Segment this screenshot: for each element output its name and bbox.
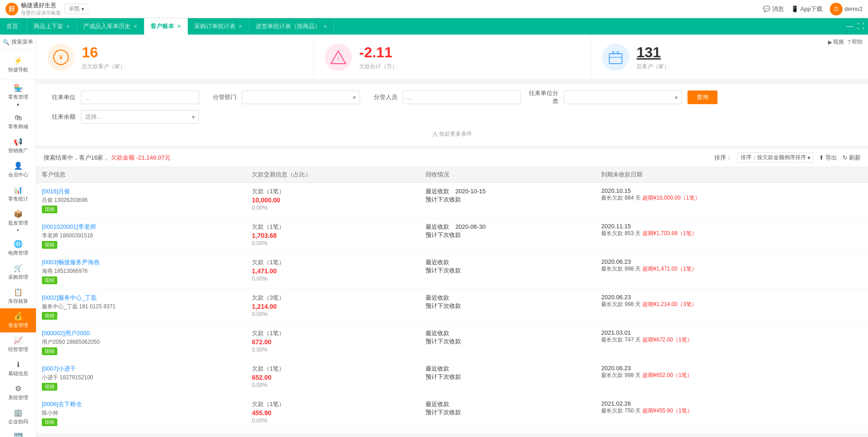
debt-amount-2[interactable]: 1,471.00 [252, 267, 415, 275]
sidebar-item-retail-mgmt[interactable]: 🏪 零售管理 ▲ [0, 80, 36, 110]
breadcrumb-selector[interactable]: 示范 ▾ [65, 4, 88, 14]
category-select[interactable]: ▾ [564, 90, 682, 104]
tab-customer-account[interactable]: 客户账本 ✕ [144, 18, 188, 35]
overdue-link-4[interactable]: 超期¥672.00（1笔） [642, 337, 692, 343]
overdue-date-5: 2020.06.23 [601, 365, 863, 372]
view-video-button[interactable]: ▶ 视频 [828, 38, 844, 46]
sidebar-item-system[interactable]: ⚙ 系统管理 [0, 381, 36, 405]
collapse-button[interactable]: ⋀ 收起更多条件 [44, 128, 861, 140]
view-label: 视频 [833, 38, 844, 46]
debt-amount-5[interactable]: 652.00 [252, 374, 415, 381]
debt-amount-0[interactable]: 10,000.00 [252, 196, 415, 204]
person-input[interactable]: ... [403, 90, 521, 104]
tab-maximize-button[interactable]: ⛶ [857, 22, 864, 30]
sidebar-item-basic-info[interactable]: ℹ 基础信息 [0, 357, 36, 381]
app-layout: 🔍 搜索菜单 ⚡ 快捷导航 🏪 零售管理 ▲ 🛍 零售商城 📢 营销推广 👤 会… [0, 35, 868, 437]
overdue-link-6[interactable]: 超期¥455.90（1笔） [642, 407, 692, 414]
overdue-date-1: 2020.11.15 [601, 223, 863, 230]
tab-bar: 首页 商品上下架 ✕ 产成品入库单历史 ✕ 客户账本 ✕ 采购订单统计表 ✕ 进… [0, 18, 868, 35]
overdue-link-0[interactable]: 超期¥10,000.00（1笔） [642, 195, 700, 201]
col-debt-info: 欠款交易信息（占比） [246, 167, 420, 183]
customer-name-4[interactable]: [000002]用户2050 [42, 329, 241, 337]
stat-debt-amount-info: -2.11 欠款合计（万） [359, 44, 397, 70]
sidebar-item-enterprise[interactable]: 🏢 企业协同 [0, 405, 36, 429]
debt-count-4: 欠款（1笔） [252, 329, 415, 337]
tab-production-close[interactable]: ✕ [133, 24, 137, 30]
debt-amount-6[interactable]: 455.90 [252, 409, 415, 417]
balance-placeholder: 选择... [85, 113, 102, 121]
sidebar-item-finance[interactable]: 💰 资金管理 [0, 308, 36, 332]
balance-select[interactable]: 选择... ▾ [81, 110, 199, 124]
tab-purchase-order-close[interactable]: ✕ [238, 24, 242, 30]
app-download-button[interactable]: 📱 App下载 [791, 5, 823, 13]
sidebar-item-inventory[interactable]: 📋 库存核算 [0, 284, 36, 308]
customer-phone-0: 吕俊 13026203696 [42, 196, 241, 204]
tab-inbound-stats[interactable]: 进货单统计表（按商品） ✕ [249, 18, 334, 35]
sidebar-item-retail-shop[interactable]: 🛍 零售商城 [0, 110, 36, 134]
customer-name-6[interactable]: [0006]去下粮仓 [42, 400, 241, 408]
sidebar-item-marketing[interactable]: 📢 营销推广 [0, 134, 36, 158]
sidebar-shortcut-label: 快捷导航 [8, 66, 28, 73]
overdue-link-5[interactable]: 超期¥652.00（1笔） [642, 372, 692, 378]
sidebar-item-new-guide[interactable]: 🆕 新手引导 [0, 429, 36, 437]
sidebar-item-member[interactable]: 👤 会员中心 [0, 158, 36, 182]
overdue-link-3[interactable]: 超期¥1,214.00（3笔） [642, 301, 697, 307]
cell-customer-info-4: [000002]用户2050 用户2050 18665062050 现销 [36, 325, 246, 360]
query-button[interactable]: 查询 [687, 90, 717, 104]
tab-customer-account-close[interactable]: ✕ [177, 24, 181, 30]
customer-name-3[interactable]: [0002]服务中心_丁磊 [42, 294, 241, 302]
top-bar: 好 畅捷通好生意 母婴行业演示账套 示范 ▾ 💬 消息 📱 App下载 D de… [0, 0, 868, 18]
export-button[interactable]: ⬆ 导出 [819, 154, 837, 162]
tab-purchase-order[interactable]: 采购订单统计表 ✕ [188, 18, 249, 35]
debt-amount-1[interactable]: 1,703.68 [252, 232, 415, 239]
sidebar-item-batch-mgmt[interactable]: 📦 批发管理 ▾ [0, 206, 36, 236]
cell-overdue-3: 2020.06.23 最长欠款 998 天 超期¥1,214.00（3笔） [596, 289, 868, 325]
tab-products-close[interactable]: ✕ [66, 24, 70, 30]
customer-name-2[interactable]: [0003]畅捷服务尹海燕 [42, 258, 241, 266]
overdue-days-0: 最长欠款 884 天 超期¥10,000.00（1笔） [601, 194, 863, 202]
overdue-days-3: 最长欠款 998 天 超期¥1,214.00（3笔） [601, 301, 863, 308]
person-placeholder: ... [407, 94, 412, 101]
table-scroll[interactable]: 客户信息 欠款交易信息（占比） 回收情况 到期未收款日期 [0016]吕俊 吕俊… [36, 167, 868, 433]
stat-debt-customers: ¥ 16 总欠款客户（家） [36, 35, 314, 80]
help-button[interactable]: ? 帮助 [848, 38, 863, 46]
refresh-button[interactable]: ↻ 刷新 [843, 154, 861, 162]
customer-name-0[interactable]: [0016]吕俊 [42, 187, 241, 196]
sidebar-inventory-label: 库存核算 [8, 298, 28, 305]
debt-amount-4[interactable]: 672.00 [252, 338, 415, 346]
tab-minimize-button[interactable]: — [846, 22, 853, 30]
debt-percent-5: 0.00% [252, 382, 415, 388]
sidebar-search[interactable]: 🔍 搜索菜单 [0, 35, 36, 50]
last-collection-label-0: 最近收款 2020-10-15 [426, 187, 590, 196]
cell-collection-4: 最近收款 预计下次收款 [420, 325, 596, 360]
customer-name-1[interactable]: [0001020001]李老师 [42, 223, 241, 231]
sidebar-item-retail-stats[interactable]: 📊 零售统计 [0, 182, 36, 206]
customer-name-5[interactable]: [0007]小进千 [42, 365, 241, 373]
tab-products[interactable]: 商品上下架 ✕ [27, 18, 77, 35]
sidebar-member-label: 会员中心 [8, 171, 28, 178]
tab-production[interactable]: 产成品入库单历史 ✕ [77, 18, 144, 35]
user-area[interactable]: D demo2 [830, 3, 863, 15]
sort-select[interactable]: 排序：按欠款金额倒序排序 ▾ [738, 152, 813, 163]
sidebar-item-purchase[interactable]: 🛒 采购管理 [0, 260, 36, 284]
debt-amount-3[interactable]: 1,214.00 [252, 303, 415, 310]
mobile-icon: 📱 [791, 5, 798, 12]
message-button[interactable]: 💬 消息 [763, 5, 784, 13]
tab-home[interactable]: 首页 [0, 18, 27, 35]
stat-total-customers-label: 总客户（家） [637, 63, 669, 70]
next-collection-label-4: 预计下次收款 [426, 337, 590, 346]
sidebar-item-ecommerce[interactable]: 🌐 电商管理 [0, 236, 36, 260]
sidebar-item-business-mgmt[interactable]: 📈 经营管理 [0, 332, 36, 357]
supplier-input[interactable]: ... [81, 90, 199, 104]
tab-inbound-stats-close[interactable]: ✕ [323, 24, 327, 30]
sidebar-item-shortcut[interactable]: ⚡ 快捷导航 [0, 53, 36, 77]
table-toolbar: 搜索结果中，客户16家， 欠款金额 -21,148.07元 排序： 排序：按欠款… [36, 149, 868, 167]
overdue-link-2[interactable]: 超期¥1,471.00（1笔） [642, 266, 697, 272]
dept-select[interactable]: ▾ [242, 90, 360, 104]
overdue-link-1[interactable]: 超期¥1,703.68（1笔） [642, 230, 697, 236]
balance-chevron-icon: ▾ [192, 114, 195, 121]
search-summary: 搜索结果中，客户16家 [44, 154, 103, 161]
chevron-down-icon: ▾ [81, 6, 84, 12]
logo-text-area: 畅捷通好生意 母婴行业演示账套 [21, 1, 61, 16]
help-icon: ? [848, 39, 851, 45]
